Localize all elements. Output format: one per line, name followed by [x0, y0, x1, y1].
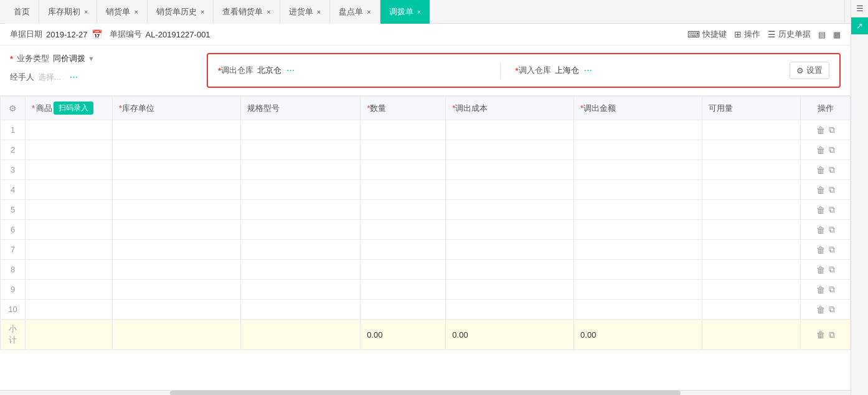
- cell-qty[interactable]: [361, 220, 446, 240]
- copy-row-icon[interactable]: ⧉: [829, 204, 835, 215]
- cell-goods[interactable]: [26, 320, 113, 350]
- cell-spec[interactable]: [240, 120, 360, 140]
- cell-qty[interactable]: [361, 300, 446, 320]
- delete-row-icon[interactable]: 🗑: [816, 330, 825, 340]
- date-value[interactable]: 2019-12-27: [46, 30, 88, 39]
- layout-button-1[interactable]: ▤: [818, 30, 826, 39]
- delete-row-icon[interactable]: 🗑: [816, 285, 825, 295]
- cell-spec[interactable]: [240, 280, 360, 300]
- delete-row-icon[interactable]: 🗑: [816, 125, 825, 135]
- cell-unit[interactable]: [113, 300, 241, 320]
- cell-qty[interactable]: [361, 160, 446, 180]
- cell-amount[interactable]: [574, 140, 702, 160]
- scan-button[interactable]: 扫码录入: [54, 102, 93, 115]
- cell-qty[interactable]: [361, 240, 446, 260]
- cell-cost[interactable]: [446, 240, 574, 260]
- scrollbar-thumb[interactable]: [170, 391, 681, 395]
- cell-unit[interactable]: [113, 260, 241, 280]
- cell-spec[interactable]: [240, 180, 360, 200]
- cell-unit[interactable]: [113, 140, 241, 160]
- copy-row-icon[interactable]: ⧉: [829, 304, 835, 315]
- cell-cost[interactable]: [446, 180, 574, 200]
- copy-row-icon[interactable]: ⧉: [829, 184, 835, 195]
- copy-row-icon[interactable]: ⧉: [829, 244, 835, 255]
- settings-button[interactable]: ⚙ 设置: [790, 62, 829, 79]
- handler-placeholder[interactable]: 选择...: [38, 72, 61, 83]
- cell-qty[interactable]: [361, 120, 446, 140]
- history-button[interactable]: ☰ 历史单据: [768, 29, 811, 40]
- cell-goods[interactable]: [26, 300, 113, 320]
- cell-goods[interactable]: [26, 120, 113, 140]
- cell-goods[interactable]: [26, 140, 113, 160]
- tab-stocktake[interactable]: 盘点单 ×: [330, 0, 380, 24]
- dropdown-arrow-icon[interactable]: ▼: [88, 55, 95, 62]
- cell-qty[interactable]: [361, 180, 446, 200]
- cell-goods[interactable]: [26, 180, 113, 200]
- copy-row-icon[interactable]: ⧉: [829, 224, 835, 235]
- calendar-icon[interactable]: 📅: [92, 29, 102, 39]
- cell-spec[interactable]: [240, 320, 360, 350]
- cell-amount[interactable]: [574, 280, 702, 300]
- delete-row-icon[interactable]: 🗑: [816, 205, 825, 215]
- cell-unit[interactable]: [113, 160, 241, 180]
- delete-row-icon[interactable]: 🗑: [816, 185, 825, 195]
- cell-amount[interactable]: [574, 260, 702, 280]
- warehouse-out-value[interactable]: 北京仓: [257, 65, 281, 76]
- cell-cost[interactable]: [446, 300, 574, 320]
- cell-unit[interactable]: [113, 280, 241, 300]
- cell-cost[interactable]: [446, 140, 574, 160]
- cell-cost[interactable]: [446, 200, 574, 220]
- cell-goods[interactable]: [26, 280, 113, 300]
- cell-cost[interactable]: [446, 120, 574, 140]
- cell-qty[interactable]: 0.00: [361, 320, 446, 350]
- copy-row-icon[interactable]: ⧉: [829, 125, 835, 135]
- cell-spec[interactable]: [240, 220, 360, 240]
- cell-spec[interactable]: [240, 240, 360, 260]
- cell-qty[interactable]: [361, 280, 446, 300]
- cell-unit[interactable]: [113, 180, 241, 200]
- cell-cost[interactable]: [446, 280, 574, 300]
- copy-row-icon[interactable]: ⧉: [829, 284, 835, 295]
- cell-cost[interactable]: 0.00: [446, 320, 574, 350]
- close-icon[interactable]: ×: [134, 8, 138, 16]
- shortcut-button[interactable]: ⌨ 快捷键: [687, 29, 727, 40]
- delete-row-icon[interactable]: 🗑: [816, 245, 825, 255]
- delete-row-icon[interactable]: 🗑: [816, 145, 825, 155]
- cell-goods[interactable]: [26, 240, 113, 260]
- cell-spec[interactable]: [240, 140, 360, 160]
- cell-unit[interactable]: [113, 200, 241, 220]
- cell-amount[interactable]: [574, 200, 702, 220]
- tab-sales-history[interactable]: 销货单历史 ×: [148, 0, 214, 24]
- warehouse-out-more-icon[interactable]: ···: [286, 65, 295, 76]
- tab-home[interactable]: 首页: [5, 0, 39, 24]
- tab-sales-order[interactable]: 销货单 ×: [97, 0, 147, 24]
- cell-cost[interactable]: [446, 160, 574, 180]
- cell-spec[interactable]: [240, 300, 360, 320]
- warehouse-in-value[interactable]: 上海仓: [555, 65, 579, 76]
- cell-unit[interactable]: [113, 120, 241, 140]
- business-type-dropdown[interactable]: 同价调拨 ▼: [53, 53, 95, 64]
- layout-button-2[interactable]: ▦: [833, 30, 841, 39]
- cell-unit[interactable]: [113, 320, 241, 350]
- cell-amount[interactable]: 0.00: [574, 320, 702, 350]
- cell-goods[interactable]: [26, 260, 113, 280]
- cell-unit[interactable]: [113, 240, 241, 260]
- close-icon[interactable]: ×: [267, 8, 270, 16]
- cell-qty[interactable]: [361, 140, 446, 160]
- delete-row-icon[interactable]: 🗑: [816, 265, 825, 275]
- close-icon[interactable]: ×: [317, 8, 321, 16]
- cell-cost[interactable]: [446, 220, 574, 240]
- cell-amount[interactable]: [574, 240, 702, 260]
- copy-row-icon[interactable]: ⧉: [829, 330, 835, 340]
- cell-spec[interactable]: [240, 260, 360, 280]
- cell-amount[interactable]: [574, 180, 702, 200]
- tab-view-sales[interactable]: 查看销货单 ×: [214, 0, 280, 24]
- cell-spec[interactable]: [240, 200, 360, 220]
- close-icon[interactable]: ×: [84, 8, 88, 16]
- handler-more-icon[interactable]: ···: [70, 72, 78, 83]
- cell-unit[interactable]: [113, 220, 241, 240]
- close-icon[interactable]: ×: [200, 8, 204, 16]
- scrollbar-track[interactable]: [0, 390, 851, 395]
- cell-goods[interactable]: [26, 220, 113, 240]
- cell-goods[interactable]: [26, 200, 113, 220]
